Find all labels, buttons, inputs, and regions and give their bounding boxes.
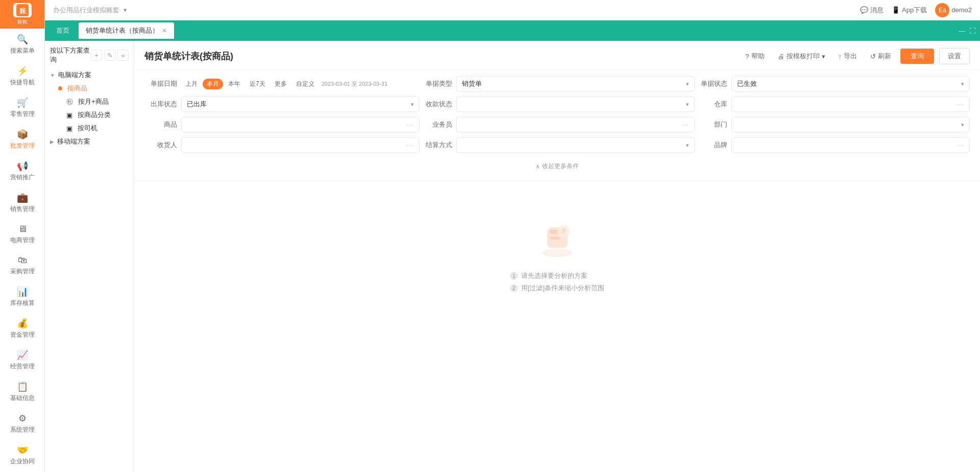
out-status-select[interactable]: 已出库 ▾ xyxy=(181,97,420,112)
right-panel: 销货单统计表(按商品) ? 帮助 🖨 按模板打印 ▾ ↑ 导出 xyxy=(134,41,980,472)
department-arrow: ▾ xyxy=(961,122,964,128)
user-menu[interactable]: Ea demo2 xyxy=(935,3,972,17)
sidebar-item-label: 批发管理 xyxy=(10,141,35,150)
sidebar-item-quick-nav[interactable]: ⚡ 快捷导航 xyxy=(0,60,44,92)
this-month-btn[interactable]: 本月 xyxy=(203,79,223,89)
payment-cell: 结算方式 ▾ xyxy=(420,137,695,153)
receiver-input[interactable]: ··· xyxy=(181,137,420,153)
salesperson-dots: ··· xyxy=(681,121,689,129)
tree-item-by-month-product[interactable]: ㊓ 按月+商品 xyxy=(45,95,134,108)
settings-btn[interactable]: 设置 xyxy=(939,48,970,64)
refresh-label: 刷新 xyxy=(878,52,891,61)
sub-icon-1: ㊓ xyxy=(66,97,73,106)
doc-status-value: 已生效 xyxy=(737,79,757,88)
receipt-status-label: 收款状态 xyxy=(420,100,456,109)
sidebar-item-label: 搜索菜单 xyxy=(10,46,35,55)
sidebar-item-base-info[interactable]: 📋 基础信息 xyxy=(0,376,44,408)
tab-close-btn[interactable]: ✕ xyxy=(162,27,167,34)
doc-type-arrow: ▾ xyxy=(686,81,689,87)
last-7-days-btn[interactable]: 近7天 xyxy=(246,79,270,89)
tab-home[interactable]: 首页 xyxy=(49,22,77,39)
finance-icon: 💰 xyxy=(17,318,28,329)
sidebar-item-label: 基础信息 xyxy=(10,394,35,403)
wholesale-icon: 📦 xyxy=(17,129,28,140)
tab-sales-stat[interactable]: 销货单统计表（按商品） ✕ xyxy=(79,22,174,39)
doc-type-select[interactable]: 销货单 ▾ xyxy=(456,76,695,91)
doc-type-label: 单据类型 xyxy=(420,79,456,88)
svg-text:账: 账 xyxy=(19,7,26,15)
topbar: 办公用品行业模拟账套 ▾ 💬 消息 📱 App下载 Ea demo2 xyxy=(45,0,980,20)
message-icon: 💬 xyxy=(860,6,868,14)
empty-tip-1: 1 请先选择要分析的方案 xyxy=(510,271,604,280)
this-year-btn[interactable]: 本年 xyxy=(224,79,244,89)
sidebar-item-system[interactable]: ⚙ 系统管理 xyxy=(0,408,44,439)
sidebar-item-ecommerce[interactable]: 🖥 电商管理 xyxy=(0,219,44,250)
payment-select[interactable]: ▾ xyxy=(456,137,695,153)
tab-expand-icon[interactable]: ⛶ xyxy=(969,27,976,35)
doc-status-select[interactable]: 已生效 ▾ xyxy=(731,76,970,91)
breadcrumb: 办公用品行业模拟账套 xyxy=(53,6,119,15)
last-month-btn[interactable]: 上月 xyxy=(181,79,202,89)
sidebar-item-purchase[interactable]: 🛍 采购管理 xyxy=(0,250,44,281)
svg-text:?: ? xyxy=(561,227,566,235)
sidebar-item-sales[interactable]: 💼 销售管理 xyxy=(0,187,44,219)
doc-type-filter-cell: 单据类型 销货单 ▾ xyxy=(420,76,695,91)
sidebar-item-label: 电商管理 xyxy=(10,236,35,245)
query-btn[interactable]: 查询 xyxy=(900,49,934,64)
sidebar-item-marketing[interactable]: 📢 营销推广 xyxy=(0,155,44,187)
sidebar-item-cooperation[interactable]: 🤝 企业协同 xyxy=(0,439,44,471)
warehouse-dots: ··· xyxy=(957,100,964,108)
sidebar-item-wholesale[interactable]: 📦 批发管理 xyxy=(0,124,44,155)
template-print-btn[interactable]: 🖨 按模板打印 ▾ xyxy=(774,50,829,63)
refresh-btn[interactable]: ↺ 刷新 xyxy=(866,50,895,63)
add-scheme-btn[interactable]: + xyxy=(91,50,102,61)
empty-icon: ? xyxy=(532,212,583,263)
receipt-status-select[interactable]: ▾ xyxy=(456,97,695,112)
sidebar-item-retail[interactable]: 🛒 零售管理 xyxy=(0,92,44,124)
message-btn[interactable]: 💬 消息 xyxy=(860,6,884,15)
warehouse-input[interactable]: ··· xyxy=(731,97,970,112)
sidebar-item-search[interactable]: 🔍 搜索菜单 xyxy=(0,29,44,60)
tree-item-pc[interactable]: ▼ 电脑端方案 xyxy=(45,68,134,82)
warehouse-label: 仓库 xyxy=(695,100,731,109)
tree-arrow-pc: ▼ xyxy=(50,73,55,78)
sidebar-item-finance[interactable]: 💰 资金管理 xyxy=(0,313,44,344)
salesperson-cell: 业务员 ··· xyxy=(420,117,695,132)
sidebar-item-label: 快捷导航 xyxy=(10,78,35,87)
marketing-icon: 📢 xyxy=(17,160,28,172)
collapse-panel-btn[interactable]: « xyxy=(117,50,129,61)
receipt-status-arrow: ▾ xyxy=(686,101,689,108)
department-label: 部门 xyxy=(695,120,731,129)
doc-type-value: 销货单 xyxy=(462,79,482,88)
sidebar-item-operation[interactable]: 📈 经营管理 xyxy=(0,344,44,376)
collapse-btn[interactable]: ∧ 收起更多条件 xyxy=(144,158,970,175)
product-input[interactable]: ··· xyxy=(181,117,420,132)
more-dates-btn[interactable]: 更多 xyxy=(271,79,291,89)
app-download-btn[interactable]: 📱 App下载 xyxy=(892,6,927,15)
salesperson-input[interactable]: ··· xyxy=(456,117,695,132)
product-dots: ··· xyxy=(406,121,414,129)
topbar-right: 💬 消息 📱 App下载 Ea demo2 xyxy=(860,3,972,17)
help-btn[interactable]: ? 帮助 xyxy=(741,50,768,63)
edit-scheme-btn[interactable]: ✎ xyxy=(104,50,115,61)
tree-item-by-category[interactable]: ▣ 按商品分类 xyxy=(45,108,134,122)
export-btn[interactable]: ↑ 导出 xyxy=(835,50,862,63)
tree-item-by-printer[interactable]: ▣ 按司机 xyxy=(45,122,134,135)
user-label: demo2 xyxy=(951,6,972,14)
tree-item-by-product[interactable]: 按商品 xyxy=(45,82,134,95)
sidebar-item-label: 库存核算 xyxy=(10,299,35,308)
filter-row-1: 单据日期 上月 本月 本年 近7天 更多 自定义 2023-03-01 至 20… xyxy=(144,76,970,91)
custom-date-btn[interactable]: 自定义 xyxy=(292,79,318,89)
tab-minimize-icon[interactable]: — xyxy=(959,27,965,35)
tree-item-mobile[interactable]: ▶ 移动端方案 xyxy=(45,135,134,148)
refresh-icon: ↺ xyxy=(870,53,876,60)
department-select[interactable]: ▾ xyxy=(731,117,970,132)
receiver-cell: 收货人 ··· xyxy=(144,137,420,153)
collapse-label: 收起更多条件 xyxy=(542,162,579,171)
sidebar-item-inventory[interactable]: 📊 库存核算 xyxy=(0,281,44,313)
product-label: 商品 xyxy=(144,120,181,129)
page-header: 销货单统计表(按商品) ? 帮助 🖨 按模板打印 ▾ ↑ 导出 xyxy=(134,41,980,70)
brand-input[interactable]: ··· xyxy=(731,137,970,153)
payment-arrow: ▾ xyxy=(686,142,689,149)
tree-item-pc-label: 电脑端方案 xyxy=(58,70,91,80)
